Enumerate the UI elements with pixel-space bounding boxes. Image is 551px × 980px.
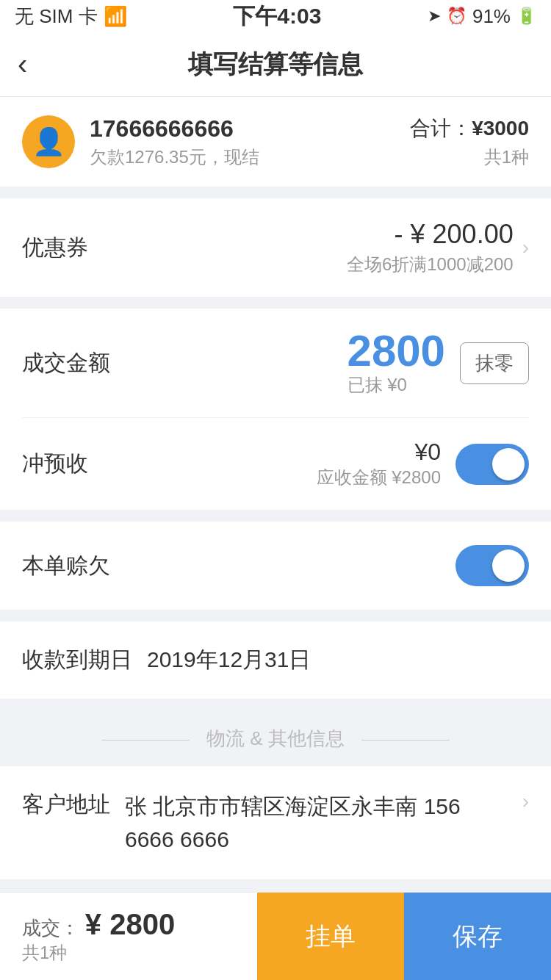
bottom-count: 共1种 xyxy=(22,941,235,965)
hold-button[interactable]: 挂单 xyxy=(257,893,404,980)
debt-label: 本单赊欠 xyxy=(22,551,110,581)
prepaid-sub: 应收金额 ¥2800 xyxy=(317,466,441,489)
total-count: 共1种 xyxy=(410,145,529,169)
bottom-deal-prefix: 成交： xyxy=(22,917,79,939)
coupon-desc: 全场6折满1000减200 xyxy=(347,253,514,276)
separator-text: 物流 & 其他信息 xyxy=(206,727,345,749)
prepaid-row: 冲预收 ¥0 应收金额 ¥2800 xyxy=(0,418,551,510)
deal-amount-right: 2800 已抹 ¥0 抹零 xyxy=(347,329,529,397)
prepaid-label: 冲预收 xyxy=(22,449,88,479)
battery-icon: 🔋 xyxy=(516,7,536,26)
coupon-right: - ¥ 200.00 全场6折满1000减200 › xyxy=(347,219,529,276)
address-chevron-icon[interactable]: › xyxy=(522,790,529,813)
deal-amount-value-wrap: 2800 已抹 ¥0 xyxy=(347,329,445,397)
battery-label: 91% xyxy=(472,5,511,28)
address-label: 客户地址 xyxy=(22,790,110,820)
date-section: 收款到期日 2019年12月31日 xyxy=(0,621,551,699)
customer-phone: 17666666666 xyxy=(90,115,259,143)
coupon-info: - ¥ 200.00 全场6折满1000减200 xyxy=(347,219,514,276)
bottom-amount: ¥ 2800 xyxy=(85,908,175,940)
prepaid-value: ¥0 xyxy=(317,439,441,466)
date-value: 2019年12月31日 xyxy=(147,645,311,675)
customer-section: 👤 17666666666 欠款1276.35元，现结 合计：¥3000 共1种 xyxy=(0,97,551,187)
alarm-icon: ⏰ xyxy=(447,7,467,26)
deal-amount-label: 成交金额 xyxy=(22,348,110,378)
debt-row: 本单赊欠 xyxy=(0,522,551,610)
debt-section: 本单赊欠 xyxy=(0,522,551,610)
date-label: 收款到期日 xyxy=(22,645,132,675)
debt-toggle[interactable] xyxy=(455,545,529,586)
coupon-discount: - ¥ 200.00 xyxy=(347,219,514,250)
prepaid-value-wrap: ¥0 应收金额 ¥2800 xyxy=(317,439,441,489)
bottom-deal-row: 成交： ¥ 2800 xyxy=(22,908,235,941)
section-separator: 物流 & 其他信息 xyxy=(0,711,551,766)
prepaid-toggle[interactable] xyxy=(455,444,529,485)
amount-section: 成交金额 2800 已抹 ¥0 抹零 冲预收 ¥0 应收金额 ¥2800 xyxy=(0,309,551,510)
customer-info: 17666666666 欠款1276.35元，现结 xyxy=(90,115,259,169)
back-button[interactable]: ‹ xyxy=(18,48,27,81)
address-section: 客户地址 张 北京市市辖区海淀区永丰南 156 6666 6666 › xyxy=(0,766,551,879)
wifi-icon: 📶 xyxy=(104,5,127,28)
customer-left: 👤 17666666666 欠款1276.35元，现结 xyxy=(22,115,259,169)
deal-amount-sub: 已抹 ¥0 xyxy=(347,373,445,397)
deal-amount-value: 2800 xyxy=(347,329,445,373)
nav-bar: ‹ 填写结算等信息 xyxy=(0,32,551,97)
save-button[interactable]: 保存 xyxy=(404,893,551,980)
coupon-section: 优惠券 - ¥ 200.00 全场6折满1000减200 › xyxy=(0,198,551,297)
address-value: 张 北京市市辖区海淀区永丰南 156 6666 6666 xyxy=(125,790,508,856)
carrier-label: 无 SIM 卡 xyxy=(15,4,98,29)
total-label: 合计： xyxy=(410,117,472,140)
prepaid-right: ¥0 应收金额 ¥2800 xyxy=(317,439,529,489)
status-right: ➤ ⏰ 91% 🔋 xyxy=(428,5,536,28)
deal-amount-row: 成交金额 2800 已抹 ¥0 抹零 xyxy=(0,309,551,417)
ruboff-button[interactable]: 抹零 xyxy=(460,342,529,384)
total-row: 合计：¥3000 xyxy=(410,115,529,143)
customer-debt: 欠款1276.35元，现结 xyxy=(90,145,259,169)
location-icon: ➤ xyxy=(428,7,441,26)
page-title: 填写结算等信息 xyxy=(188,48,363,82)
bottom-info: 成交： ¥ 2800 共1种 xyxy=(0,893,257,980)
avatar: 👤 xyxy=(22,115,75,168)
status-time: 下午4:03 xyxy=(233,1,321,32)
total-amount: ¥3000 xyxy=(472,117,529,140)
customer-total: 合计：¥3000 共1种 xyxy=(410,115,529,169)
status-bar: 无 SIM 卡 📶 下午4:03 ➤ ⏰ 91% 🔋 xyxy=(0,0,551,32)
bottom-bar: 成交： ¥ 2800 共1种 挂单 保存 xyxy=(0,892,551,980)
coupon-label: 优惠券 xyxy=(22,233,88,263)
status-left: 无 SIM 卡 📶 xyxy=(15,4,127,29)
date-row: 收款到期日 2019年12月31日 xyxy=(0,621,551,699)
coupon-chevron-icon[interactable]: › xyxy=(522,236,529,259)
address-row[interactable]: 客户地址 张 北京市市辖区海淀区永丰南 156 6666 6666 › xyxy=(0,766,551,879)
